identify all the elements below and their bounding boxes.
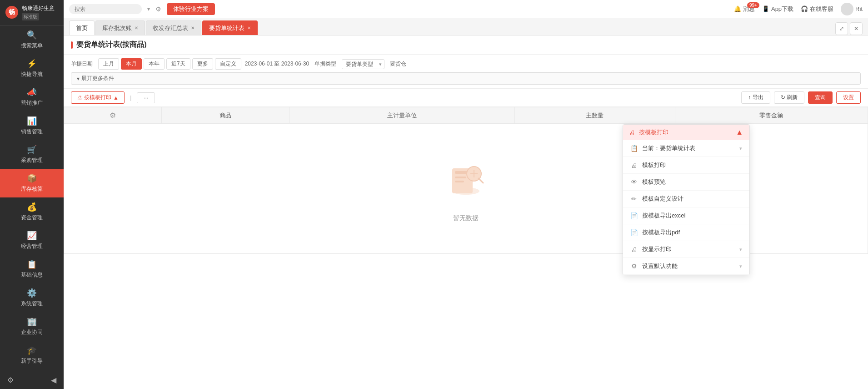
dropdown-template-excel[interactable]: 📄 按模板导出excel	[623, 207, 749, 224]
more-options-btn[interactable]: ···	[137, 92, 155, 103]
dropdown-template-pdf[interactable]: 📄 按模板导出pdf	[623, 224, 749, 241]
sidebar-menu: 🔍 搜索菜单 ⚡ 快捷导航 📣 营销推广 📊 销售管理 🛒 采购管理 📦 库存核…	[0, 25, 64, 371]
search-dropdown-icon[interactable]: ▾	[147, 6, 150, 12]
dropdown-display-print[interactable]: 🖨 按显示打印 ▾	[623, 241, 749, 258]
refresh-button[interactable]: ↻ 刷新	[774, 91, 804, 104]
expand-row: ▾ 展开更多条件	[71, 72, 861, 85]
print-template-button[interactable]: 🖨 按模板打印 ▲	[71, 91, 125, 104]
topbar-gear-icon[interactable]: ⚙	[155, 5, 161, 13]
type-select-wrapper: 要货单类型	[342, 59, 384, 69]
sidebar-item-quick-nav[interactable]: ⚡ 快捷导航	[0, 54, 64, 83]
tab-batch-account-close[interactable]: ✕	[135, 25, 138, 30]
app-logo-icon: 畅	[5, 6, 18, 19]
date-this-month-btn[interactable]: 本月	[121, 58, 142, 70]
sidebar-item-basic[interactable]: 📋 基础信息	[0, 255, 64, 283]
template-design-icon: ✏	[630, 195, 638, 202]
search-input[interactable]	[69, 4, 142, 14]
close-tab-icon[interactable]: ✕	[850, 22, 863, 35]
page-title-bar	[71, 41, 73, 49]
sidebar-item-search[interactable]: 🔍 搜索菜单	[0, 25, 64, 54]
export-button[interactable]: ↑ 导出	[741, 91, 770, 104]
sidebar-item-finance[interactable]: 💰 资金管理	[0, 197, 64, 226]
dropdown-template-print[interactable]: 🖨 模板打印	[623, 157, 749, 174]
notifications-item[interactable]: 🔔 消息 99+	[734, 5, 755, 13]
page-header: 要货单统计表(按商品)	[64, 35, 868, 55]
industry-solution-button[interactable]: 体验行业方案	[167, 3, 215, 15]
dropdown-close-btn[interactable]: ▲	[736, 128, 743, 136]
sidebar-item-label: 企业协同	[21, 328, 43, 336]
template-print-icon: 🖨	[630, 162, 638, 169]
dropdown-template-preview[interactable]: 👁 模板预览	[623, 174, 749, 191]
expand-more-btn[interactable]: ▾ 展开更多条件	[71, 72, 861, 85]
sidebar: 畅 畅康通好生意 标准版 🔍 搜索菜单 ⚡ 快捷导航 📣 营销推广 📊 销售管理…	[0, 0, 64, 389]
main-area: ▾ ⚙ 体验行业方案 🔔 消息 99+ 📱 App下载 🎧 在线客服 Rit	[64, 0, 868, 389]
toolbar-right: ↑ 导出 ↻ 刷新 查询 设置	[741, 91, 861, 104]
search-icon: 🔍	[27, 30, 37, 40]
maximize-tab-icon[interactable]: ⤢	[835, 22, 848, 35]
tab-receipt-summary[interactable]: 收发存汇总表 ✕	[146, 20, 201, 35]
app-download-label: App下载	[771, 5, 793, 13]
dropdown-set-default[interactable]: ⚙ 设置默认功能 ▾	[623, 258, 749, 275]
date-filter-label: 单据日期	[71, 60, 93, 68]
sidebar-item-inventory[interactable]: 📦 库存核算	[0, 169, 64, 197]
col-settings[interactable]: ⚙	[64, 107, 162, 124]
dropdown-template-design[interactable]: ✏ 模板自定义设计	[623, 191, 749, 207]
tab-home[interactable]: 首页	[69, 20, 95, 35]
date-more-btn[interactable]: 更多	[192, 58, 213, 70]
settings-footer-icon[interactable]: ⚙	[7, 376, 14, 384]
finance-icon: 💰	[27, 202, 37, 212]
dropdown-header: 🖨 按模板打印 ▲	[623, 125, 749, 140]
sidebar-item-purchase[interactable]: 🛒 采购管理	[0, 140, 64, 169]
sidebar-item-guide[interactable]: 🎓 新手引导	[0, 341, 64, 369]
col-unit: 主计量单位	[289, 107, 514, 124]
user-avatar-item[interactable]: Rit	[841, 3, 863, 15]
col-amount: 零售金额	[675, 107, 868, 124]
date-this-year-btn[interactable]: 本年	[144, 58, 165, 70]
sidebar-item-label: 经营管理	[21, 242, 43, 250]
filter-row-1: 单据日期 上月 本月 本年 近7天 更多 自定义 2023-06-01 至 20…	[71, 58, 861, 70]
dropdown-current-template[interactable]: 📋 当前：要货单统计表 ▾	[623, 140, 749, 157]
sidebar-item-sales[interactable]: 📊 销售管理	[0, 111, 64, 140]
sidebar-item-label: 新手引导	[21, 357, 43, 365]
headset-icon: 🎧	[801, 5, 808, 12]
tab-batch-account[interactable]: 库存批次账 ✕	[95, 20, 145, 35]
notifications-badge: 99+	[747, 2, 759, 8]
app-download-item[interactable]: 📱 App下载	[762, 5, 793, 13]
sidebar-item-operations[interactable]: 📈 经营管理	[0, 226, 64, 255]
type-select[interactable]: 要货单类型	[342, 59, 384, 69]
sidebar-item-system[interactable]: ⚙️ 系统管理	[0, 283, 64, 312]
operations-icon: 📈	[27, 231, 37, 241]
empty-icon	[443, 155, 489, 209]
query-button[interactable]: 查询	[808, 91, 833, 104]
tab-order-stats[interactable]: 要货单统计表 ✕	[202, 20, 258, 35]
date-last-month-btn[interactable]: 上月	[98, 58, 119, 70]
tab-receipt-summary-close[interactable]: ✕	[191, 25, 195, 30]
yaohuodan-filter-label: 要货仓	[390, 60, 406, 68]
tab-order-stats-label: 要货单统计表	[209, 24, 244, 32]
date-7days-btn[interactable]: 近7天	[166, 58, 190, 70]
sidebar-item-label: 系统管理	[21, 300, 43, 308]
dropdown-printer-icon: 🖨	[629, 129, 635, 136]
col-quantity: 主数量	[514, 107, 675, 124]
tab-receipt-summary-label: 收发存汇总表	[153, 24, 188, 32]
printer-icon: 🖨	[77, 95, 82, 101]
tab-order-stats-close[interactable]: ✕	[247, 25, 251, 30]
sidebar-item-enterprise[interactable]: 🏢 企业协同	[0, 312, 64, 341]
app-version: 标准版	[22, 13, 39, 20]
bell-icon: 🔔	[734, 5, 741, 12]
topbar: ▾ ⚙ 体验行业方案 🔔 消息 99+ 📱 App下载 🎧 在线客服 Rit	[64, 0, 868, 18]
template-excel-icon: 📄	[630, 212, 638, 219]
toolbar-divider: |	[130, 94, 131, 101]
collapse-sidebar-icon[interactable]: ◀	[51, 376, 56, 384]
date-custom-btn[interactable]: 自定义	[215, 58, 241, 70]
sidebar-item-label: 库存核算	[21, 185, 43, 193]
online-service-item[interactable]: 🎧 在线客服	[801, 5, 833, 13]
column-settings-icon[interactable]: ⚙	[110, 111, 116, 119]
empty-text: 暂无数据	[453, 214, 479, 222]
tab-home-label: 首页	[76, 24, 88, 32]
sidebar-item-marketing[interactable]: 📣 营销推广	[0, 83, 64, 111]
setting-button[interactable]: 设置	[836, 91, 861, 104]
print-btn-wrapper: 🖨 按模板打印 ▲	[71, 91, 125, 104]
print-dropdown-menu: 🖨 按模板打印 ▲ 📋 当前：要货单统计表 ▾ 🖨 模板打印 👁 模板预览	[623, 124, 750, 275]
dropdown-header-title: 🖨 按模板打印	[629, 128, 668, 136]
